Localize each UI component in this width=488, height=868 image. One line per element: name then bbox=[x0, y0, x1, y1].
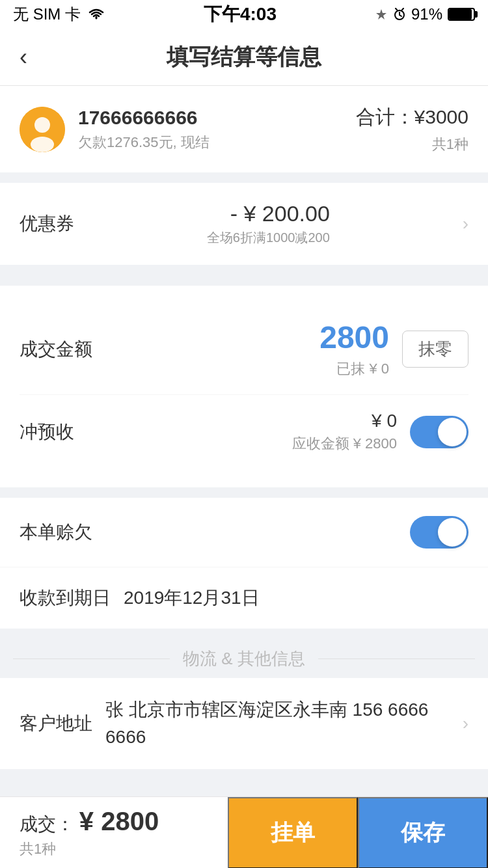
address-arrow-icon: › bbox=[463, 713, 468, 734]
logistics-line-right bbox=[318, 658, 475, 659]
sim-status: 无 SIM 卡 bbox=[13, 4, 81, 25]
toggle-knob bbox=[438, 418, 467, 446]
save-button[interactable]: 保存 bbox=[358, 797, 488, 869]
total-amount: 合计：¥3000 bbox=[356, 104, 468, 131]
deal-amount-sub: 已抹 ¥ 0 bbox=[319, 359, 389, 379]
logistics-divider: 物流 & 其他信息 bbox=[0, 639, 488, 678]
section-divider-3 bbox=[0, 629, 488, 639]
section-divider-1 bbox=[0, 275, 488, 286]
back-button[interactable]: ‹ bbox=[20, 44, 27, 71]
status-right: 91% bbox=[375, 5, 475, 23]
prepay-values: ¥ 0 应收金额 ¥ 2800 bbox=[292, 411, 397, 454]
svg-point-7 bbox=[31, 137, 54, 152]
avatar-image bbox=[20, 107, 65, 152]
due-date-value: 2019年12月31日 bbox=[124, 586, 260, 610]
debt-toggle[interactable] bbox=[410, 516, 468, 549]
deal-amount-label: 成交金额 bbox=[20, 337, 92, 362]
coupon-right: - ¥ 200.00 全场6折满1000减200 bbox=[207, 201, 330, 247]
due-date-label: 收款到期日 bbox=[20, 586, 111, 610]
prepay-row: 冲预收 ¥ 0 应收金额 ¥ 2800 bbox=[20, 395, 468, 469]
debt-label: 本单赊欠 bbox=[20, 520, 92, 545]
prepay-label: 冲预收 bbox=[20, 420, 74, 444]
coupon-label: 优惠券 bbox=[20, 211, 74, 236]
bottom-bar: 成交： ¥ 2800 共1种 挂单 保存 bbox=[0, 796, 488, 868]
bottom-deal-line: 成交： ¥ 2800 bbox=[20, 807, 208, 837]
coupon-row[interactable]: 优惠券 - ¥ 200.00 全场6折满1000减200 › bbox=[0, 183, 488, 265]
avatar bbox=[20, 107, 65, 152]
svg-line-3 bbox=[396, 8, 397, 10]
logistics-text: 物流 & 其他信息 bbox=[183, 647, 305, 670]
address-label: 客户地址 bbox=[20, 711, 92, 736]
customer-left: 17666666666 欠款1276.35元, 现结 bbox=[20, 107, 210, 152]
status-bar: 无 SIM 卡 下午4:03 91% bbox=[0, 0, 488, 29]
customer-phone: 17666666666 bbox=[78, 107, 210, 129]
due-date-row: 收款到期日 2019年12月31日 bbox=[20, 586, 468, 610]
prepay-amount: ¥ 0 bbox=[292, 411, 397, 431]
customer-card: 17666666666 欠款1276.35元, 现结 合计：¥3000 共1种 bbox=[0, 86, 488, 172]
deal-amount-right: 2800 已抹 ¥ 0 抹零 bbox=[319, 319, 468, 379]
status-left: 无 SIM 卡 bbox=[13, 4, 105, 25]
coupon-sub: 全场6折满1000减200 bbox=[207, 229, 330, 247]
due-date-section: 收款到期日 2019年12月31日 bbox=[0, 567, 488, 629]
deal-amount-row: 成交金额 2800 已抹 ¥ 0 抹零 bbox=[20, 304, 468, 395]
content: 17666666666 欠款1276.35元, 现结 合计：¥3000 共1种 … bbox=[0, 86, 488, 868]
section-divider-2 bbox=[0, 487, 488, 498]
deal-amount-value: 2800 bbox=[319, 319, 389, 355]
battery-percent: 91% bbox=[411, 5, 442, 23]
bottom-deal-amount: ¥ 2800 bbox=[79, 807, 159, 835]
hang-button[interactable]: 挂单 bbox=[228, 797, 358, 869]
page-title: 填写结算等信息 bbox=[167, 42, 321, 72]
customer-sub: 欠款1276.35元, 现结 bbox=[78, 133, 210, 152]
coupon-arrow-icon: › bbox=[463, 213, 468, 234]
bottom-deal-label: 成交： bbox=[20, 814, 74, 834]
prepay-sub: 应收金额 ¥ 2800 bbox=[292, 434, 397, 454]
status-time: 下午4:03 bbox=[204, 2, 277, 27]
bottom-summary: 成交： ¥ 2800 共1种 bbox=[0, 807, 228, 859]
debt-toggle-knob bbox=[438, 518, 467, 547]
bottom-count: 共1种 bbox=[20, 839, 208, 859]
customer-info: 17666666666 欠款1276.35元, 现结 bbox=[78, 107, 210, 152]
svg-line-2 bbox=[400, 15, 401, 16]
nav-bar: ‹ 填写结算等信息 bbox=[0, 29, 488, 86]
customer-right: 合计：¥3000 共1种 bbox=[356, 104, 468, 154]
address-content: 张 北京市市辖区海淀区永丰南 156 6666 6666 bbox=[92, 696, 463, 751]
coupon-amount: - ¥ 200.00 bbox=[207, 201, 330, 226]
amount-right-block: 2800 已抹 ¥ 0 bbox=[319, 319, 389, 379]
battery-icon bbox=[448, 8, 475, 21]
prepay-right: ¥ 0 应收金额 ¥ 2800 bbox=[292, 411, 468, 454]
alarm-icon bbox=[393, 8, 406, 21]
amount-section: 成交金额 2800 已抹 ¥ 0 抹零 冲预收 ¥ 0 应收金额 ¥ 2800 bbox=[0, 286, 488, 487]
address-section[interactable]: 客户地址 张 北京市市辖区海淀区永丰南 156 6666 6666 › bbox=[0, 678, 488, 769]
wifi-icon bbox=[87, 8, 105, 21]
logistics-line-left bbox=[13, 658, 170, 659]
location-icon bbox=[375, 8, 388, 21]
prepay-toggle[interactable] bbox=[410, 416, 468, 448]
svg-line-4 bbox=[402, 8, 403, 10]
svg-point-6 bbox=[34, 117, 50, 133]
round-button[interactable]: 抹零 bbox=[402, 331, 468, 368]
debt-section: 本单赊欠 bbox=[0, 498, 488, 567]
total-count: 共1种 bbox=[356, 135, 468, 154]
